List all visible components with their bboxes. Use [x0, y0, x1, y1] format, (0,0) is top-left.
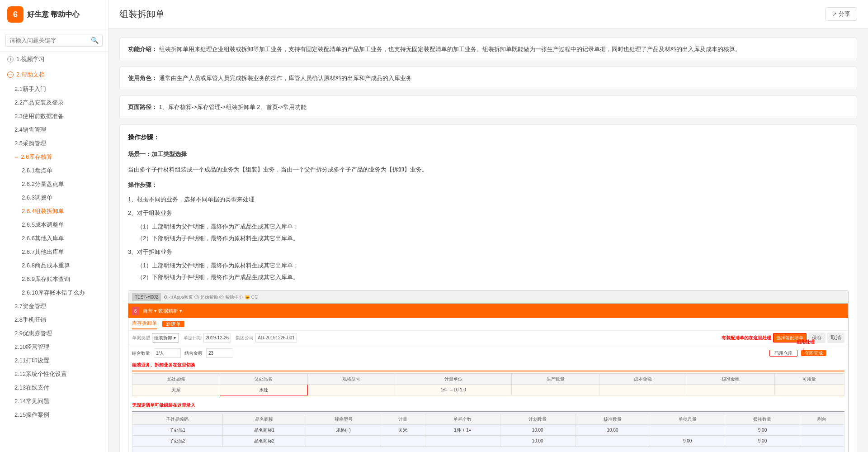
sidebar-item-newbie[interactable]: 2.1新手入门 — [14, 82, 108, 96]
sidebar-item-inventory[interactable]: 2.6库存核算 — [21, 150, 58, 164]
mock-lcell: 子处品1 — [132, 425, 223, 436]
mock-app-nav: 自营 ▾ 数据精析 ▾ — [143, 307, 182, 315]
mock-cell: 1件 →10 1.0 — [395, 385, 512, 395]
mock-content-area: 结合数量 1/人 结合金额 23 码用仓库 立即完成 启用处理 ↓ — [128, 345, 848, 452]
mock-cost-input[interactable]: 23 — [206, 348, 233, 358]
mock-lcell — [381, 436, 425, 447]
sidebar-item-payment[interactable]: 2.13在线支付 — [14, 381, 108, 395]
sidebar-item-coupon[interactable]: 2.9优惠券管理 — [14, 327, 108, 340]
mock-tab-main[interactable]: 库存拆卸单 — [132, 319, 157, 329]
main-content: 组装拆卸单 ↗ 分享 功能介绍： 组装拆卸单用来处理企业组装或拆卸等加工业务，支… — [108, 0, 868, 452]
mock-col-h2: 父处品名 — [220, 374, 307, 385]
mock-cell — [307, 385, 395, 395]
annotation-arrow4: ↓ — [802, 344, 805, 355]
step3-sub1-row: （1）上部明细为父件明细，最终作为原材料生成其它出库单； — [128, 260, 849, 271]
mock-lcell — [425, 436, 500, 447]
mock-upper-section: 父处品编 父处品名 规格型号 计量单位 生产数量 成本金额 核准金额 可用量 — [132, 371, 844, 397]
annotation-label1: 有装配清单的在这里处理 — [722, 334, 771, 342]
mock-field-label2: 单据日期 — [184, 334, 202, 342]
sidebar-item-partial-count[interactable]: 2.6.2分量盘点单 — [22, 177, 108, 191]
sidebar-item-sales[interactable]: 2.4销售管理 — [14, 123, 108, 137]
mock-lower-row1: 子处品1 品名商标1 规格(+) 关米 1件 + 1= 10.00 10.00 — [132, 425, 844, 436]
sidebar-item-goods-cost[interactable]: 2.6.8商品成本重算 — [22, 259, 108, 272]
sidebar-item-dataprep[interactable]: 2.3使用前数据准备 — [14, 109, 108, 123]
mock-col-h5: 生产数量 — [512, 374, 599, 385]
share-button[interactable]: ↗ 分享 — [826, 7, 857, 21]
mock-field-num[interactable]: AD-20191226-001 — [255, 333, 297, 343]
sidebar-item-purchase[interactable]: 2.5采购管理 — [14, 137, 108, 150]
mock-upper-header: 结合数量 1/人 结合金额 23 码用仓库 立即完成 启用处理 ↓ — [132, 348, 844, 358]
sidebar-item-cost-adjust[interactable]: 2.6.5成本调整单 — [22, 218, 108, 232]
mock-lcell: 10.00 — [500, 425, 575, 436]
page-title: 组装拆卸单 — [119, 8, 165, 20]
step2-sub1-row: （1）上部明细为父件明细，最终作为产成品生成其它入库单； — [128, 221, 849, 233]
mock-lcell: 10.00 — [500, 436, 575, 447]
mock-lcell — [650, 425, 725, 436]
sidebar-item-helpdoc[interactable]: − 2.帮助文档 — [0, 67, 108, 82]
sidebar-item-stockcount[interactable]: 2.6.1盘点单 — [22, 164, 108, 177]
role-label: 使用角色： — [128, 75, 157, 81]
mock-lcol-h9: 损耗数量 — [725, 414, 800, 425]
annotation-label5: 无固定清单可做组装在这里录入 — [132, 403, 195, 408]
mock-col-h4: 计量单位 — [395, 374, 512, 385]
mock-tab-new[interactable]: 新建单 — [162, 320, 184, 328]
header: 组装拆卸单 ↗ 分享 — [108, 0, 868, 29]
mock-qty-input[interactable]: 1/人 — [154, 348, 181, 358]
sidebar-inventory-row[interactable]: − 2.6库存核算 — [14, 150, 108, 164]
sidebar-item-ledger-wrong[interactable]: 2.6.10库存账本错了么办 — [22, 286, 108, 300]
mock-upper-right: 码用仓库 立即完成 启用处理 ↓ — [769, 348, 826, 358]
sidebar-item-install[interactable]: 2.2产品安装及登录 — [14, 96, 108, 109]
mock-lcell — [800, 425, 844, 436]
sidebar-item-transfer[interactable]: 2.6.3调拨单 — [22, 191, 108, 205]
mock-cell: 水处 — [220, 385, 307, 395]
mock-lcol-h8: 单批尺量 — [650, 414, 725, 425]
annotation-arrow2-row: 无固定清单可做组装在这里录入 — [132, 400, 844, 410]
mock-menu-bar: 库存拆卸单 新建单 — [128, 318, 848, 331]
step3-sub2-row: （2）下部明细为子件明细，最终作为产成品生成其它入库单。 — [128, 271, 849, 283]
mock-lcell: 关米 — [381, 425, 425, 436]
mock-lcell — [306, 436, 381, 447]
share-label: 分享 — [839, 10, 850, 18]
sidebar-label-video: 1.视频学习 — [16, 55, 45, 63]
minus-icon-helpdoc: − — [7, 71, 14, 78]
sidebar-item-video[interactable]: + 1.视频学习 — [0, 52, 108, 67]
logo-text: 好生意 帮助中心 — [27, 10, 80, 19]
mock-qiyong-btn[interactable]: 码用仓库 — [769, 350, 797, 357]
mock-lcell: 9.00 — [650, 436, 725, 447]
mock-lcell: 1件 + 1= — [425, 425, 500, 436]
mock-cell — [599, 385, 687, 395]
mock-toolbar-row: 单据类型 组装拆卸 ▾ 单据日期 2019-12-26 集团公司 AD-2019… — [128, 331, 848, 345]
sidebar-item-custom[interactable]: 2.12系统个性化设置 — [14, 367, 108, 381]
mock-label-qty: 结合数量 — [132, 349, 150, 357]
mock-lcol-h6: 计划数量 — [500, 414, 575, 425]
annotation-label3: 组装业务、拆卸业务在这里切换 — [132, 362, 195, 367]
mock-field-date[interactable]: 2019-12-26 — [203, 333, 231, 343]
mock-lcell: 9.00 — [725, 436, 800, 447]
content-area: 功能介绍： 组装拆卸单用来处理企业组装或拆卸等加工业务，支持有固定装配清单的产品… — [108, 29, 868, 452]
sidebar-item-assembly[interactable]: 2.6.4组装拆卸单 — [22, 205, 108, 218]
sidebar-item-faq[interactable]: 2.14常见问题 — [14, 395, 108, 408]
step2-sub2-row: （2）下部明细为子件明细，最终作为原材料生成其它出库单。 — [128, 233, 849, 244]
mock-field-type[interactable]: 组装拆卸 ▾ — [152, 333, 179, 343]
mock-lower-table: 子处品编码 品名商标 规格型号 计量 单耗个数 计划数量 核准数量 单批尺量 损 — [132, 414, 844, 452]
sidebar-item-ledger-check[interactable]: 2.6.9库存账本查询 — [22, 272, 108, 286]
plus-icon-video: + — [7, 56, 14, 62]
sidebar-item-other-out[interactable]: 2.6.7其他出库单 — [22, 245, 108, 259]
mock-lcell: 9.00 — [725, 425, 800, 436]
browser-address: TEST-H002 — [132, 293, 161, 301]
mock-upper-row1: 关系 水处 1件 →10 1.0 — [132, 385, 844, 395]
sidebar-item-cases[interactable]: 2.15操作案例 — [14, 408, 108, 422]
sidebar-item-mobile[interactable]: 2.8手机旺铺 — [14, 313, 108, 327]
sidebar-item-print[interactable]: 2.11打印设置 — [14, 354, 108, 367]
logo-area: 6 好生意 帮助中心 — [0, 0, 108, 29]
sidebar-item-other-in[interactable]: 2.6.6其他入库单 — [22, 232, 108, 245]
steps-sub-label: 操作步骤： — [128, 179, 849, 191]
intro-block: 功能介绍： 组装拆卸单用来处理企业组装或拆卸等加工业务，支持有固定装配清单的产品… — [119, 38, 857, 61]
sidebar-item-capital[interactable]: 2.7资金管理 — [14, 300, 108, 313]
sidebar-sub-items: 2.1新手入门 2.2产品安装及登录 2.3使用前数据准备 2.4销售管理 2.… — [0, 82, 108, 422]
search-icon[interactable]: 🔍 — [91, 37, 99, 44]
mock-btn-cancel[interactable]: 取消 — [827, 333, 844, 343]
sidebar-item-ops[interactable]: 2.10经营管理 — [14, 340, 108, 354]
search-input[interactable] — [9, 37, 91, 44]
mock-lcell: 规格(+) — [306, 425, 381, 436]
